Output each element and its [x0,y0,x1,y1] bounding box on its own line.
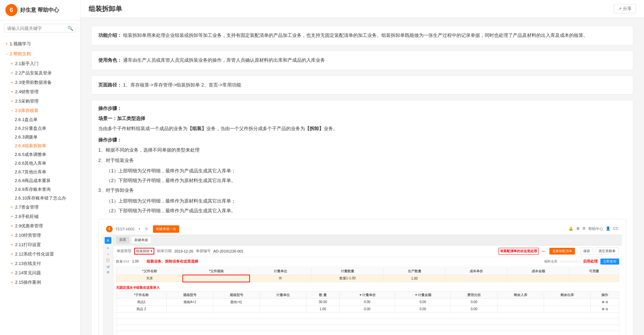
role-text: 通常由生产人员或库管人员完成拆装业务的操作，库管人员确认原材料的出库和产成品的入… [123,57,325,63]
sidebar-item-cases[interactable]: + 2.15操作案例 [0,278,80,287]
logo-bar: 6 好生意 帮助中心 [0,0,80,20]
step2-sub2: （2）下部明细为子件明细，最终作为原材料生成其它出库单。 [98,176,626,185]
sidebar-item-transfer[interactable]: 2.6.3调拨单 [0,133,80,142]
ss-warehouse-label: 领料仓库 [544,259,557,264]
search-bar: 🔍 [0,20,80,36]
ss-child-name2: 商品 2 [116,305,167,313]
ss-nav-icon3: 📋 [106,259,110,262]
sidebar-item-inventory[interactable]: − 2.6库存核算 [0,106,80,115]
sidebar-item-mgmt[interactable]: + 2.10经营管理 [0,231,80,240]
ss-col-parent-name: *父件名称 [116,268,183,275]
sidebar-item-inv-book[interactable]: 2.6.9库存账本查询 [0,185,80,194]
ss-child-spec1b: 颜色=红 [213,298,260,305]
role-label: 使用角色： [98,57,122,63]
screenshot-sim: 6 TEST-H002 ▾ ⚙ 新建单据一次 🔔🖥⚙帮助中心👤CC ⊞ [103,223,622,335]
ss-confirm-btn[interactable]: 立即发布 [600,259,619,265]
sidebar-item-install[interactable]: + 2.2产品安装及登录 [0,68,80,78]
sidebar-item-cost-recalc[interactable]: 2.6.8商品成本重算 [0,176,80,185]
sidebar-item-faq[interactable]: + 2.14常见问题 [0,268,80,278]
step3-sub1: （1）上部明细为父件明细，最终作为原材料生成其它出库单； [98,197,626,205]
ss-qty-value: 1.00 [132,260,139,263]
minus-icon: − [5,52,8,56]
ss-child-share2: 0.00 [451,305,497,313]
ss-lower-ann-text: 无固定流水卡组装在这里录入 [116,286,160,289]
plus-icon: + [11,61,13,66]
ss-tab-home[interactable]: 自页 [116,236,129,244]
ss-save-btn[interactable]: 保存 [580,247,593,255]
plus-icon: + [11,71,13,75]
intro-label: 功能介绍： [98,33,122,38]
ss-tab-new[interactable]: 新建单据 [131,236,152,244]
ss-warehouse-input[interactable] [560,261,580,262]
plus-icon: + [11,90,13,94]
ss-child-spec1a: 规格A+1 [166,298,213,305]
ss-col-child-name: *子件名称 [116,291,167,298]
sidebar-item-assembly[interactable]: 2.6.4组装拆卸单 [0,142,80,150]
ss-col-child-price: ▼计量单价 [339,291,395,298]
sidebar-item-other-out[interactable]: 2.6.7其他出库单 [0,168,80,176]
sidebar-item-other-in[interactable]: 2.6.6其他入库单 [0,159,80,168]
ss-icon-rail: ⊞ ≡ ☆ 📋 📊 ⚙ [103,235,113,335]
ss-new-btn[interactable]: 新建单据一次 [153,225,179,233]
intro-text: 组装拆卸单用来处理企业组装或拆卸等加工业务，支持有固定装配清单的产品加工业务，也… [123,33,588,38]
ss-child-spec2b [213,305,260,313]
sidebar-item-cost-adjust[interactable]: 2.6.5成本调整单 [0,150,80,159]
ss-child-remain-in1 [497,298,544,305]
sidebar-item-data-prep[interactable]: + 2.3使用前数据准备 [0,78,80,87]
share-button[interactable]: ↗ 分享 [614,4,636,13]
search-input-wrap[interactable]: 🔍 [4,24,76,33]
sidebar-item-mobile[interactable]: + 2.8手机旺铺 [0,212,80,221]
sidebar-item-docs[interactable]: − 2.帮助文档 [0,49,80,59]
ss-choose-btn[interactable]: 选择装配清单 [549,248,575,255]
share-icon: ↗ [618,6,622,11]
ss-content-area: ⊞ ≡ ☆ 📋 📊 ⚙ 自页 新建单据 [103,235,622,335]
ss-child-qty2: 1.00 [306,305,339,313]
logo-icon: 6 [5,4,17,16]
ss-child-price1: 0.00 [339,298,395,305]
step3-sub2: （2）下部明细为子件明细，最终作为产成品生成其它入库单。 [98,207,626,215]
ss-child-remain-out2 [544,305,591,313]
sidebar-item-purchase[interactable]: + 2.5采购管理 [0,97,80,106]
sidebar-item-stocktake[interactable]: 2.6.1盘点单 [0,115,80,124]
path-box: 页面路径： 1、库存核算->库存管理->组装拆卸单 2、首页->常用功能 [91,75,633,95]
ss-child-unit2 [260,305,306,313]
ss-child-op1: ⊕ ⊖ [591,298,619,305]
ss-col-cost-amt: 成本金额 [507,268,570,275]
search-icon[interactable]: 🔍 [67,25,73,31]
ss-logo: 6 [106,226,113,232]
ss-col-cost-price: 成本单价 [445,268,507,275]
sidebar-item-payment[interactable]: + 2.13在线支付 [0,259,80,268]
scene1-desc: 当由多个子件材料组装成一个成品的业务为【组装】业务，当由一个父件拆分成多个子产品… [98,124,626,133]
ss-lower-annotation: 无固定流水卡组装在这里录入 [113,284,622,291]
sidebar-item-partial-stocktake[interactable]: 2.6.2分量盘点单 [0,124,80,133]
plus-icon: + [11,80,13,85]
table-row [116,313,619,319]
ss-child-remain-in2 [497,305,544,313]
ss-toolbar: 单据类型 组装拆卸 ▾ 制单日期 2019-12-26 单据编号 AD-2019… [113,245,622,257]
sidebar-item-coupon[interactable]: + 2.9优惠券管理 [0,221,80,231]
ss-date-value: 2019-12-26 [174,249,193,253]
sidebar-item-inv-error[interactable]: 2.6.10库存账本错了怎么办 [0,194,80,203]
plus-icon: + [11,99,13,104]
sidebar-item-sales[interactable]: + 2.4销售管理 [0,87,80,97]
sidebar-item-finance[interactable]: + 2.7资金管理 [0,203,80,212]
ss-inner: 自页 新建单据 单据类型 组装拆卸 ▾ 制单日期 2019-12-26 [113,235,622,335]
sidebar-item-newbie[interactable]: + 2.1新手入门 [0,59,80,68]
ss-cell-name: 关床 [116,275,183,282]
ss-cell-unit: 件 [250,275,312,282]
ss-form-area: 单据类型 组装拆卸 ▾ 制单日期 2019-12-26 单据编号 AD-2019… [113,245,622,266]
search-input[interactable] [7,26,67,31]
sidebar-item-print[interactable]: + 2.11打印设置 [0,240,80,249]
ss-upper-table-el: *父件名称 *父件规格 计量单位 计量数量 生产数量 成本单价 成本金额 可用量 [116,268,619,282]
table-row: 商品 2 1.00 0.00 0.00 0.00 [116,305,619,313]
role-box: 使用角色： 通常由生产人员或库管人员完成拆装业务的操作，库管人员确认原材料的出库… [91,51,633,70]
table-row [116,331,619,335]
table-row [116,319,619,325]
ss-type-select[interactable]: 组装拆卸 ▾ [134,248,154,255]
ss-dropdown-arrow: ▾ [139,227,140,231]
ss-other-btn[interactable]: 其它关联单 [596,247,619,255]
sidebar-item-video[interactable]: + 1.视频学习 [0,39,80,49]
ss-cell-qty-prod: 1.00 [383,275,445,282]
sidebar-item-settings[interactable]: + 2.12系统个性化设置 [0,249,80,259]
ss-home-icon: ⊞ [105,237,111,244]
